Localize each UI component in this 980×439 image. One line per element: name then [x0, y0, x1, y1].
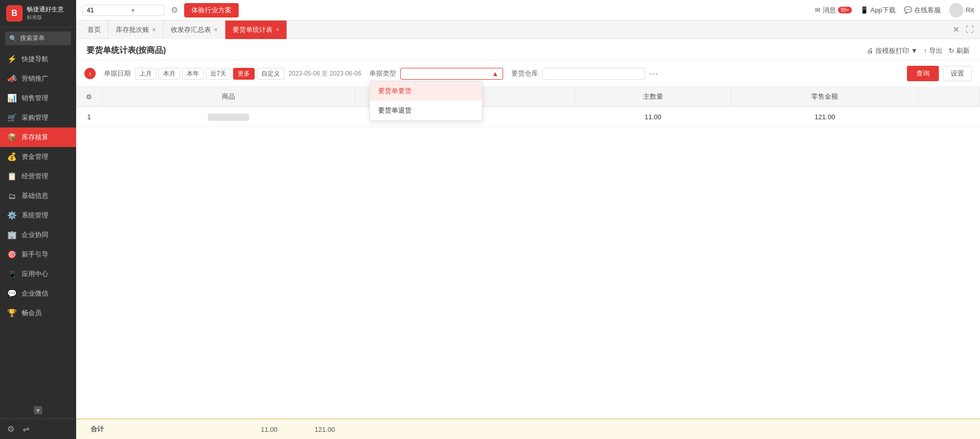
tab-requisition-stats[interactable]: 要货单统计表 ×: [225, 21, 287, 39]
col-settings[interactable]: ⚙: [76, 87, 102, 107]
filter-expand-button[interactable]: ›: [84, 68, 96, 79]
sidebar-item-sales[interactable]: 📊 销售管理: [0, 88, 76, 108]
sidebar-item-label: 企业协同: [22, 230, 48, 240]
sidebar-item-finance[interactable]: 💰 资金管理: [0, 147, 76, 167]
logo-icon: B: [6, 5, 23, 22]
sidebar-item-enterprise[interactable]: 🏢 企业协同: [0, 225, 76, 245]
export-button[interactable]: ↑ 导出: [924, 46, 943, 56]
refresh-icon: ↻: [949, 47, 954, 54]
header-gear-icon[interactable]: ⚙: [171, 5, 178, 15]
footer-expand-icon[interactable]: ⇌: [23, 424, 29, 434]
warehouse-input[interactable]: [547, 70, 640, 78]
marketing-icon: 📣: [7, 74, 16, 83]
sidebar-item-label: 经营管理: [22, 172, 48, 181]
footer-settings-icon[interactable]: ⚙: [7, 424, 14, 434]
warehouse-filter-group: 要货仓库 ⋯: [511, 68, 658, 80]
message-badge: 99+: [838, 7, 852, 13]
message-label: 消息: [823, 6, 836, 15]
sidebar-item-label: 新手引导: [22, 250, 48, 259]
warehouse-more-icon[interactable]: ⋯: [649, 68, 658, 79]
top-header: ▼ ⚙ 体验行业方案 ✉ 消息 99+ 📱 App下载 💬 在线客服 Rit: [76, 0, 980, 21]
online-service-item[interactable]: 💬 在线客服: [904, 6, 941, 15]
cell-amount: 121.00: [731, 107, 919, 127]
sidebar-item-operations[interactable]: 📋 经营管理: [0, 167, 76, 186]
sidebar-item-basic-info[interactable]: 🗂 基础信息: [0, 186, 76, 206]
chevron-down-icon: ▼: [130, 7, 136, 13]
app-center-icon: 📱: [7, 269, 16, 279]
dropdown-item-requisition-order[interactable]: 要货单要货: [370, 81, 482, 101]
tab-expand-icon[interactable]: ⛶: [964, 23, 976, 36]
dropdown-item-requisition-return[interactable]: 要货单退货: [370, 101, 482, 120]
footer-total-amount: 121.00: [315, 426, 335, 433]
app-download-item[interactable]: 📱 App下载: [860, 6, 896, 15]
header-input[interactable]: [87, 7, 128, 14]
finance-icon: 💰: [7, 152, 16, 161]
sidebar-item-app-center[interactable]: 📱 应用中心: [0, 264, 76, 284]
date-btn-this-year[interactable]: 本年: [182, 68, 204, 80]
data-table: ⚙ 商品 主计量单位 主数量 零售金额 1 块 11.00 121.00: [76, 87, 980, 418]
doc-type-chevron-up-icon[interactable]: ▲: [492, 70, 498, 78]
sidebar-item-label: 资金管理: [22, 152, 48, 161]
quick-nav-icon: ⚡: [7, 54, 16, 64]
tab-close-all-icon[interactable]: ✕: [951, 23, 961, 36]
sidebar-item-inventory[interactable]: 📦 库存核算: [0, 127, 76, 147]
message-badge-item[interactable]: ✉ 消息 99+: [815, 6, 852, 15]
sidebar-item-label: 企业微信: [22, 289, 48, 298]
date-btn-7days[interactable]: 近7天: [206, 68, 231, 80]
sidebar-item-system[interactable]: ⚙️ 系统管理: [0, 206, 76, 225]
sidebar-item-members[interactable]: 🏆 畅会员: [0, 303, 76, 323]
footer-total-qty: 11.00: [261, 426, 278, 433]
user-avatar-item[interactable]: Rit: [949, 3, 974, 17]
print-button[interactable]: 🖨 按模板打印 ▼: [867, 46, 918, 56]
warehouse-label: 要货仓库: [511, 69, 538, 78]
refresh-label: 刷新: [956, 46, 970, 56]
filter-settings-button[interactable]: 设置: [943, 66, 972, 81]
header-right: ✉ 消息 99+ 📱 App下载 💬 在线客服 Rit: [815, 3, 974, 17]
sidebar-item-marketing[interactable]: 📣 营销推广: [0, 69, 76, 88]
doc-type-dropdown: 要货单要货 要货单退货: [369, 81, 483, 121]
warehouse-input-wrap[interactable]: [542, 68, 645, 80]
table-row: 1 块 11.00 121.00: [76, 107, 980, 127]
col-qty: 主数量: [575, 87, 731, 107]
sidebar: B 畅捷通好生意 标准版 🔍 搜索菜单 ⚡ 快捷导航 📣 营销推广 📊 销售管理…: [0, 0, 76, 439]
tab-home[interactable]: 首页: [80, 21, 109, 39]
tab-collection-summary-close[interactable]: ×: [214, 26, 218, 33]
page-title: 要货单统计表(按商品): [86, 45, 166, 56]
filter-bar: › 单据日期 上月 本月 本年 近7天 更多 自定义 2023-05-06 至 …: [76, 61, 980, 87]
trial-button[interactable]: 体验行业方案: [184, 3, 239, 17]
doc-type-input-wrap[interactable]: ▲: [400, 68, 503, 80]
sidebar-item-wechat[interactable]: 💬 企业微信: [0, 284, 76, 303]
table-footer: 合计 11.00 121.00: [76, 418, 980, 439]
date-btn-this-month[interactable]: 本月: [158, 68, 180, 80]
doc-type-input[interactable]: [405, 70, 492, 78]
tab-collection-summary[interactable]: 收发存汇总表 ×: [164, 21, 225, 39]
date-range-display: 2023-05-06 至 2023-06-06: [289, 69, 361, 78]
user-name: Rit: [966, 6, 974, 14]
page-actions: 🖨 按模板打印 ▼ ↑ 导出 ↻ 刷新: [867, 46, 970, 56]
refresh-button[interactable]: ↻ 刷新: [949, 46, 970, 56]
sidebar-item-label: 快捷导航: [22, 54, 48, 64]
sidebar-scroll-down[interactable]: ▼: [34, 406, 42, 414]
sidebar-item-purchase[interactable]: 🛒 采购管理: [0, 108, 76, 127]
operations-icon: 📋: [7, 172, 16, 181]
date-buttons: 上月 本月 本年 近7天 更多 自定义: [135, 68, 284, 80]
tab-inventory-batch-label: 库存批次账: [116, 25, 149, 34]
service-label: 在线客服: [914, 6, 941, 15]
date-filter-group: 单据日期 上月 本月 本年 近7天 更多 自定义 2023-05-06 至 20…: [104, 68, 361, 80]
sidebar-item-guide[interactable]: 🎯 新手引导: [0, 245, 76, 264]
export-icon: ↑: [924, 47, 928, 54]
tab-actions: ✕ ⛶: [951, 23, 976, 36]
query-button[interactable]: 查询: [907, 66, 939, 81]
tab-requisition-stats-close[interactable]: ×: [276, 26, 279, 33]
sidebar-item-label: 库存核算: [22, 133, 48, 142]
tab-inventory-batch-close[interactable]: ×: [152, 26, 156, 33]
sidebar-search[interactable]: 🔍 搜索菜单: [5, 31, 71, 45]
tab-inventory-batch[interactable]: 库存批次账 ×: [109, 21, 164, 39]
date-btn-custom[interactable]: 自定义: [257, 68, 284, 80]
sidebar-item-quick-nav[interactable]: ⚡ 快捷导航: [0, 49, 76, 69]
date-btn-last-month[interactable]: 上月: [135, 68, 156, 80]
filter-actions: 查询 设置: [907, 66, 972, 81]
date-btn-more[interactable]: 更多: [233, 68, 255, 80]
header-input-wrap[interactable]: ▼: [82, 5, 165, 16]
enterprise-icon: 🏢: [7, 230, 16, 240]
